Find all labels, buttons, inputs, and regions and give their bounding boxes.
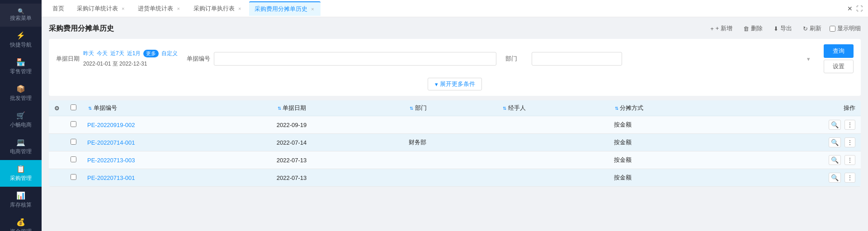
row-more-icon[interactable]: ⋮	[844, 155, 855, 165]
row-more-icon[interactable]: ⋮	[844, 173, 855, 183]
row-split-method-cell: 按金额	[609, 169, 740, 187]
row-checkbox-cell	[65, 169, 82, 187]
table-row: PE-20220919-002 2022-09-19 按金额 🔍 ⋮	[49, 116, 861, 134]
row-action-cell: 🔍 ⋮	[740, 116, 861, 134]
row-more-icon[interactable]: ⋮	[844, 137, 855, 147]
row-view-icon[interactable]: 🔍	[829, 173, 841, 183]
row-settings-cell	[49, 151, 65, 169]
finance-icon: 💰	[16, 218, 25, 226]
sidebar-item-search[interactable]: 🔍 搜索菜单	[0, 4, 42, 27]
dept-select-wrapper: 财务部	[532, 52, 815, 66]
page-title: 采购费用分摊单历史	[49, 24, 114, 33]
row-doc-num-link[interactable]: PE-20220919-002	[87, 122, 135, 128]
sidebar-item-ecommerce[interactable]: 💻 电商管理	[0, 133, 42, 160]
sidebar-item-label: 零售管理	[10, 68, 32, 75]
row-handler-cell	[496, 134, 609, 151]
shortcut-yesterday[interactable]: 昨天	[83, 50, 94, 57]
row-view-icon[interactable]: 🔍	[829, 137, 841, 147]
shortcut-today[interactable]: 今天	[97, 50, 108, 57]
sidebar-item-retail[interactable]: 🏪 零售管理	[0, 53, 42, 80]
search-button[interactable]: 查询	[824, 44, 854, 58]
show-detail-checkbox[interactable]: 显示明细	[830, 24, 861, 33]
refresh-button[interactable]: ↻ 刷新	[800, 23, 824, 34]
sidebar-item-label: 资金管理	[10, 228, 32, 231]
expand-row: ▾ 展开更多条件	[56, 78, 854, 90]
tab-label: 采购费用分摊单历史	[255, 5, 307, 13]
sort-icon: ⇅	[503, 106, 506, 111]
date-shortcuts: 昨天 今天 近7天 近1月 更多 自定义	[83, 50, 178, 57]
row-settings-cell	[49, 169, 65, 187]
row-view-icon[interactable]: 🔍	[829, 155, 841, 165]
sidebar-item-label: 批发管理	[10, 94, 32, 102]
sidebar-item-label: 电商管理	[10, 148, 32, 156]
row-settings-cell	[49, 116, 65, 134]
col-doc-num[interactable]: ⇅ 单据编号	[82, 100, 271, 116]
refresh-icon: ↻	[803, 25, 808, 32]
sidebar-item-purchase[interactable]: 📋 采购管理	[0, 160, 42, 187]
tab-label: 进货单统计表	[138, 5, 173, 13]
dept-select[interactable]: 财务部	[532, 52, 622, 66]
delete-label: 删除	[751, 24, 763, 33]
tab-close-purchase-order-stats[interactable]: ×	[121, 6, 125, 11]
row-doc-num-link[interactable]: PE-20220714-001	[87, 139, 135, 146]
shortcut-7days[interactable]: 近7天	[110, 50, 124, 57]
row-dept-cell	[403, 169, 496, 187]
row-checkbox[interactable]	[71, 139, 76, 145]
select-all-checkbox[interactable]	[71, 104, 76, 110]
row-checkbox[interactable]	[71, 174, 76, 180]
add-label: + 新增	[716, 24, 732, 33]
shortcut-1month[interactable]: 近1月	[127, 50, 141, 57]
close-all-icon[interactable]: ✕	[847, 5, 853, 12]
row-doc-num-cell: PE-20220919-002	[82, 116, 271, 134]
sidebar-item-wholesale[interactable]: 📦 批发管理	[0, 80, 42, 107]
row-view-icon[interactable]: 🔍	[829, 120, 841, 130]
row-doc-num-link[interactable]: PE-20220713-001	[87, 174, 135, 181]
export-button[interactable]: ⬇ 导出	[771, 23, 795, 34]
sidebar-item-quick-nav[interactable]: ⚡ 快捷导航	[0, 27, 42, 53]
wholesale-icon: 📦	[16, 85, 25, 93]
tab-purchase-order-exec[interactable]: 采购订单执行表 ×	[188, 1, 247, 16]
col-split-method[interactable]: ⇅ 分摊方式	[609, 100, 740, 116]
row-checkbox[interactable]	[71, 121, 76, 127]
sort-icon: ⇅	[278, 106, 281, 111]
sidebar-item-mini-shop[interactable]: 🛒 小畅电商	[0, 107, 42, 133]
show-detail-input[interactable]	[830, 26, 835, 32]
show-detail-label: 显示明细	[837, 24, 861, 33]
tab-home[interactable]: 首页	[47, 1, 70, 16]
row-doc-date-cell: 2022-07-13	[271, 151, 404, 169]
row-more-icon[interactable]: ⋮	[844, 120, 855, 130]
row-action-cell: 🔍 ⋮	[740, 151, 861, 169]
more-tag[interactable]: 更多	[143, 50, 159, 57]
sidebar-item-finance[interactable]: 💰 资金管理	[0, 213, 42, 231]
tab-goods-import-stats[interactable]: 进货单统计表 ×	[132, 1, 186, 16]
main-content: 首页 采购订单统计表 × 进货单统计表 × 采购订单执行表 × 采购费用分摊单历…	[42, 0, 868, 231]
col-dept[interactable]: ⇅ 部门	[403, 100, 496, 116]
search-row-1: 单据日期 昨天 今天 近7天 近1月 更多 自定义 2022-01-01 至 2…	[56, 44, 854, 73]
custom-label[interactable]: 自定义	[161, 50, 178, 57]
tab-purchase-order-stats[interactable]: 采购订单统计表 ×	[71, 1, 131, 16]
sidebar-item-inventory[interactable]: 📊 库存核算	[0, 187, 42, 213]
tab-close-goods-import-stats[interactable]: ×	[176, 6, 180, 11]
row-doc-num-link[interactable]: PE-20220713-003	[87, 157, 135, 164]
col-doc-date[interactable]: ⇅ 单据日期	[271, 100, 404, 116]
row-checkbox-cell	[65, 116, 82, 134]
expand-button[interactable]: ▾ 展开更多条件	[428, 78, 482, 90]
col-handler[interactable]: ⇅ 经手人	[496, 100, 609, 116]
maximize-icon[interactable]: ⛶	[856, 5, 863, 12]
col-action: 操作	[740, 100, 861, 116]
add-button[interactable]: + + 新增	[708, 23, 735, 34]
sort-icon: ⇅	[88, 106, 92, 111]
doc-num-input[interactable]	[214, 52, 496, 66]
col-settings[interactable]: ⚙	[49, 100, 65, 116]
row-split-method-cell: 按金额	[609, 116, 740, 134]
tab-close-purchase-fee-history[interactable]: ×	[310, 6, 315, 12]
tab-purchase-fee-history[interactable]: 采购费用分摊单历史 ×	[249, 1, 320, 16]
sidebar-item-label: 库存核算	[10, 201, 32, 209]
tab-close-purchase-order-exec[interactable]: ×	[237, 6, 242, 11]
table-container: ⚙ ⇅ 单据编号 ⇅ 单据日期 ⇅	[49, 100, 861, 187]
tab-label: 采购订单执行表	[193, 5, 235, 13]
settings-button[interactable]: 设置	[824, 60, 854, 73]
row-checkbox[interactable]	[71, 156, 76, 162]
tab-label: 采购订单统计表	[77, 5, 118, 13]
delete-button[interactable]: 🗑 删除	[741, 23, 765, 34]
